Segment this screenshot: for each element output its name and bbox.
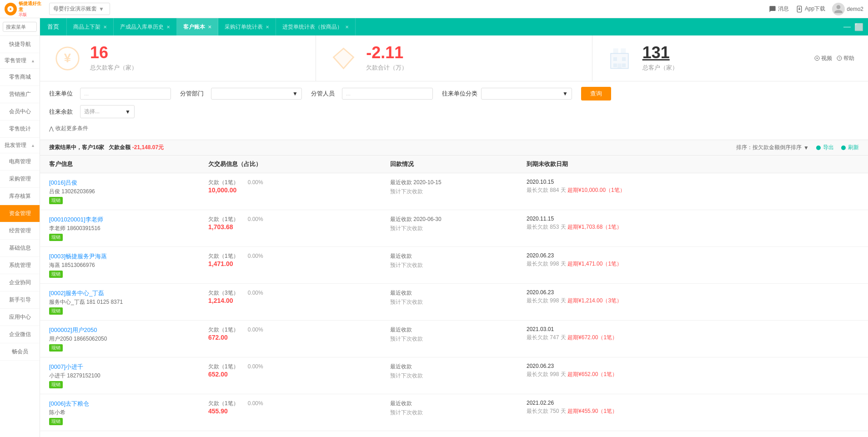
sidebar-search-input[interactable] <box>3 22 37 32</box>
tab-close-icon[interactable]: ✕ <box>345 25 349 30</box>
sidebar-item-retail-mall[interactable]: 零售商城 <box>0 69 40 86</box>
sidebar-item-marketing[interactable]: 营销推广 <box>0 86 40 103</box>
message-btn[interactable]: 消息 <box>769 5 789 13</box>
customer-phone-3: 服务中心_丁磊 181 0125 8371 <box>49 298 208 306</box>
debt-amount-4: 672.00 <box>208 334 390 341</box>
next-collection-6: 预计下次收款 <box>390 409 527 417</box>
sidebar-item-畅会员[interactable]: 畅会员 <box>0 343 40 361</box>
due-date-3: 2020.06.23 <box>527 289 859 296</box>
col-header-due: 到期未收款日期 <box>527 160 859 168</box>
tab-product_shelf[interactable]: 商品上下架✕ <box>67 18 114 35</box>
customer-id-4[interactable]: [000002] <box>49 326 72 333</box>
tab-close-icon[interactable]: ✕ <box>166 25 170 30</box>
top-bar: 畅捷通好生意 示版 母婴行业演示账套 ▼ 消息 App下载 demo2 <box>0 0 868 18</box>
sidebar-arrow-icon: ▲ <box>31 59 35 63</box>
logo-text-line2: 示版 <box>19 12 45 18</box>
logo-area: 畅捷通好生意 示版 <box>5 0 45 18</box>
next-collection-5: 预计下次收款 <box>390 372 527 380</box>
sidebar-item-operations-mgmt[interactable]: 经营管理 <box>0 222 40 240</box>
customer-id-0[interactable]: [0016] <box>49 179 65 186</box>
customer-name-6[interactable]: 去下粮仓 <box>65 400 89 407</box>
sidebar-item-ecommerce[interactable]: 电商管理 <box>0 153 40 171</box>
filter-balance-select[interactable]: 选择...▼ <box>80 105 135 118</box>
sidebar-item-member-center[interactable]: 会员中心 <box>0 103 40 121</box>
last-collection-3: 最近收款 <box>390 289 527 297</box>
sort-selector[interactable]: 排序：按欠款金额倒序排序 ▼ <box>736 144 809 151</box>
customer-name-2[interactable]: 畅捷服务尹海蒸 <box>65 253 107 260</box>
customer-name-5[interactable]: 小进千 <box>65 363 83 370</box>
sidebar-item-purchase-mgmt[interactable]: 采购管理 <box>0 171 40 188</box>
filter-dept-select[interactable]: ▼ <box>211 88 302 100</box>
filter-row-2: 往来余款 选择...▼ <box>49 105 859 118</box>
overdue-link-6[interactable]: 超期¥455.90（1笔） <box>567 408 617 414</box>
sidebar-item-enterprise-collab[interactable]: 企业协同 <box>0 274 40 291</box>
tab-label: 进货单统计表（按商品） <box>282 23 342 31</box>
sidebar-item-new-guide[interactable]: 新手引导 <box>0 291 40 309</box>
sidebar-item-retail-mgmt[interactable]: 零售管理▲ <box>0 53 40 69</box>
sidebar-item-capital-mgmt[interactable]: 资金管理 <box>0 205 40 222</box>
tab-close-icon[interactable]: ✕ <box>266 25 269 30</box>
sidebar-item-quick-nav[interactable]: 快捷导航 <box>0 36 40 53</box>
cell-due-4: 2021.03.01 最长欠款 747 天 超期¥672.00（1笔） <box>527 326 859 342</box>
filter-unit-input[interactable]: ... <box>80 88 171 100</box>
table-body: [0016]吕俊 吕俊 13026203696 现销 欠款（1笔） 0.00% … <box>40 173 868 437</box>
export-btn[interactable]: 导出 <box>816 144 834 151</box>
card-content-debt-customers: 16 总欠款客户（家） <box>90 45 302 72</box>
sidebar-item-basic-info[interactable]: 基础信息 <box>0 240 40 257</box>
customer-id-5[interactable]: [0007] <box>49 363 65 370</box>
customer-id-3[interactable]: [0002] <box>49 290 65 296</box>
tab-close-icon[interactable]: ✕ <box>103 25 107 30</box>
tab-label: 采购订单统计表 <box>225 23 263 31</box>
search-button[interactable]: 查询 <box>581 87 611 100</box>
video-btn[interactable]: 视频 <box>814 55 832 62</box>
customer-id-6[interactable]: [0006] <box>49 400 65 407</box>
total-customers-number: 131 <box>642 45 814 61</box>
overdue-link-1[interactable]: 超期¥1,703.68（1笔） <box>567 224 622 230</box>
debt-info-1: 欠款（1笔） <box>208 216 239 223</box>
overdue-link-2[interactable]: 超期¥1,471.00（1笔） <box>567 261 622 267</box>
debt-info-4: 欠款（1笔） <box>208 326 239 334</box>
overdue-link-4[interactable]: 超期¥672.00（1笔） <box>567 334 617 341</box>
tabs-container: 商品上下架✕产成品入库单历史✕客户账本✕采购订单统计表✕进货单统计表（按商品）✕ <box>67 18 843 35</box>
last-collection-0: 最近收款 2020-10-15 <box>390 179 527 186</box>
tab-customer_account[interactable]: 客户账本✕ <box>177 18 218 35</box>
window-maximize-icon[interactable]: ⬜ <box>854 23 863 31</box>
filter-person-input[interactable]: ... <box>342 88 433 100</box>
sidebar-item-app-center[interactable]: 应用中心 <box>0 309 40 326</box>
main-content: ¥ 16 总欠款客户（家） <box>40 35 868 437</box>
overdue-link-0[interactable]: 超期¥10,000.00（1笔） <box>567 187 625 193</box>
next-collection-0: 预计下次收款 <box>390 188 527 196</box>
customer-name-1[interactable]: 李老师 <box>85 216 103 223</box>
user-avatar-area[interactable]: demo2 <box>832 3 863 15</box>
sidebar-item-inventory[interactable]: 库存核算 <box>0 188 40 205</box>
cell-collection-1: 最近收款 2020-06-30 预计下次收款 <box>390 216 527 232</box>
customer-name-4[interactable]: 用户2050 <box>72 326 97 333</box>
customer-id-1[interactable]: [0001020001] <box>49 216 85 223</box>
customer-id-2[interactable]: [0003] <box>49 253 65 260</box>
sidebar-item-batch-mgmt[interactable]: 批发管理▲ <box>0 138 40 153</box>
filter-category-select[interactable]: ▼ <box>481 88 572 100</box>
tab-close-icon[interactable]: ✕ <box>208 25 211 30</box>
customer-name-0[interactable]: 吕俊 <box>65 179 77 186</box>
collapse-btn[interactable]: ⋀ 收起更多条件 <box>49 125 859 132</box>
debt-percent-2: 0.00% <box>248 253 263 259</box>
window-minimize-icon[interactable]: — <box>843 23 851 31</box>
card-content-total-customers: 131 总客户（家） <box>642 45 814 72</box>
tab-incoming_stats[interactable]: 进货单统计表（按商品）✕ <box>276 18 356 35</box>
tab-home[interactable]: 首页 <box>40 18 67 35</box>
tab-product_history[interactable]: 产成品入库单历史✕ <box>114 18 177 35</box>
sidebar-item-system-mgmt[interactable]: 系统管理 <box>0 257 40 274</box>
store-selector[interactable]: 母婴行业演示账套 ▼ <box>49 3 110 15</box>
table-row: [0003]畅捷服务尹海蒸 海蒸 18513066976 现销 欠款（1笔） 0… <box>40 247 868 284</box>
refresh-btn[interactable]: 刷新 <box>841 144 859 151</box>
sidebar-item-enterprise-wechat[interactable]: 企业微信 <box>0 326 40 343</box>
customer-phone-4: 用户2050 18665062050 <box>49 335 208 343</box>
debt-amount-1: 1,703.68 <box>208 223 390 231</box>
help-btn[interactable]: ? 帮助 <box>837 55 854 62</box>
tab-purchase_order[interactable]: 采购订单统计表✕ <box>218 18 276 35</box>
overdue-link-3[interactable]: 超期¥1,214.00（3笔） <box>567 297 622 304</box>
sidebar-item-retail-stats[interactable]: 零售统计 <box>0 121 40 138</box>
app-download-btn[interactable]: App下载 <box>796 5 825 13</box>
customer-name-3[interactable]: 服务中心_丁磊 <box>65 290 104 296</box>
overdue-link-5[interactable]: 超期¥652.00（1笔） <box>567 371 617 377</box>
